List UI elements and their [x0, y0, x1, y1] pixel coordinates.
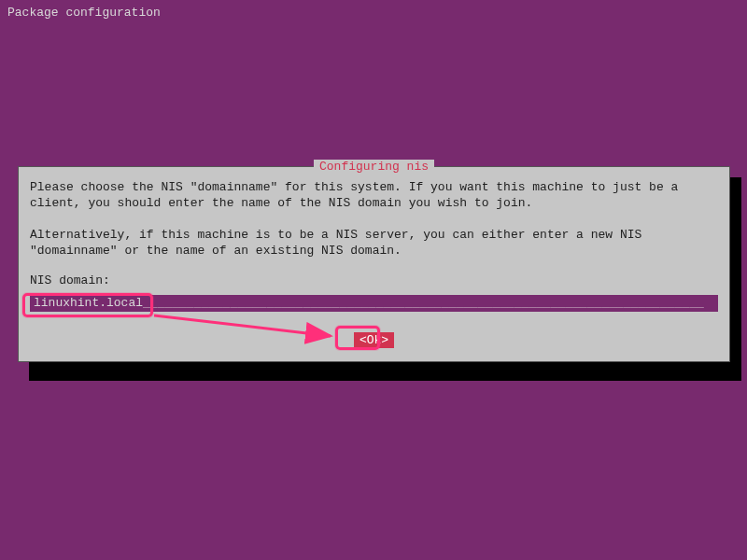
ok-button[interactable]: <Ok>	[354, 332, 394, 348]
dialog-para1-line1: Please choose the NIS "domainname" for t…	[30, 180, 718, 196]
dialog-title-row: Configuring nis	[19, 160, 729, 174]
nis-domain-input[interactable]: linuxhint.local_________________________…	[30, 295, 718, 312]
input-fill: ________________________________________…	[143, 296, 704, 310]
dialog-para1-line2: client, you should enter the name of the…	[30, 196, 718, 212]
page-title: Package configuration	[0, 0, 747, 25]
dialog-container: Configuring nis Please choose the NIS "d…	[18, 166, 730, 362]
dialog-para2-line2: "domainname" or the name of an existing …	[30, 244, 718, 259]
nis-domain-label: NIS domain:	[30, 273, 718, 287]
button-row: <Ok>	[30, 332, 718, 348]
dialog-body-text: Please choose the NIS "domainname" for t…	[30, 180, 718, 259]
nis-domain-value: linuxhint.local	[34, 296, 143, 310]
dialog-para2-line1: Alternatively, if this machine is to be …	[30, 228, 718, 244]
config-dialog: Configuring nis Please choose the NIS "d…	[18, 166, 730, 362]
dialog-title: Configuring nis	[314, 160, 434, 174]
spacer	[30, 212, 718, 228]
